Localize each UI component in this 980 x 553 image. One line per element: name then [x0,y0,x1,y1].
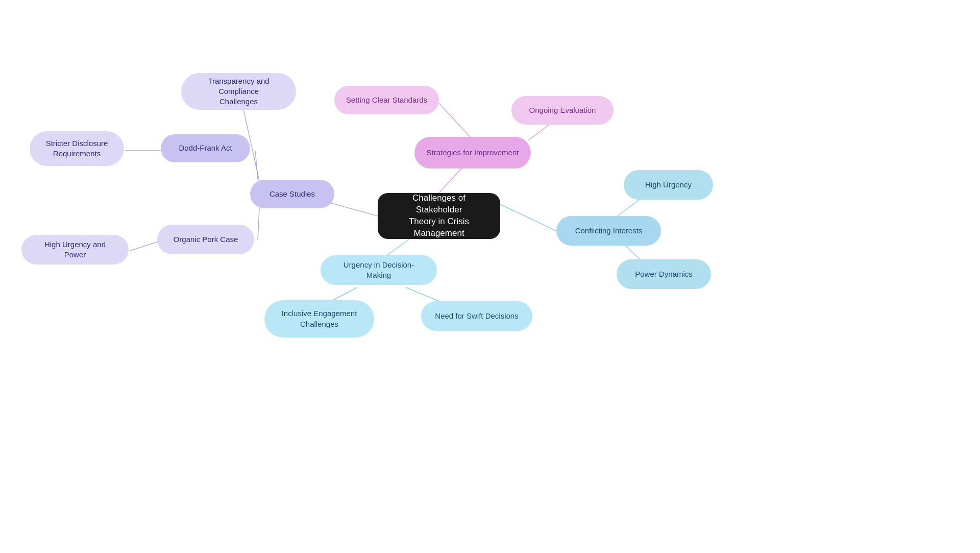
inclusive-engagement-node: Inclusive Engagement Challenges [264,300,374,338]
dodd-frank-label: Dodd-Frank Act [179,143,232,153]
stricter-disclosure-node: Stricter Disclosure Requirements [30,131,124,166]
case-studies-label: Case Studies [270,189,315,199]
conflicting-interests-node: Conflicting Interests [556,216,661,246]
setting-standards-label: Setting Clear Standards [346,95,427,105]
organic-pork-label: Organic Pork Case [174,234,238,245]
center-label: Challenges of Stakeholder Theory in Cris… [389,193,489,239]
transparency-label: Transparency and Compliance Challenges [192,76,285,107]
stricter-disclosure-label: Stricter Disclosure Requirements [46,138,108,159]
mind-map-connections [0,0,980,553]
power-dynamics-label: Power Dynamics [635,269,693,279]
high-urgency-power-label: High Urgency and Power [33,239,117,260]
high-urgency-label: High Urgency [645,180,692,190]
organic-pork-node: Organic Pork Case [157,225,254,254]
ongoing-evaluation-node: Ongoing Evaluation [511,96,614,125]
svg-line-9 [500,204,561,233]
high-urgency-power-node: High Urgency and Power [21,235,129,265]
case-studies-node: Case Studies [250,180,334,208]
strategies-node: Strategies for Improvement [414,137,531,169]
svg-line-3 [258,208,259,240]
high-urgency-node: High Urgency [624,170,713,200]
dodd-frank-node: Dodd-Frank Act [161,134,250,162]
setting-standards-node: Setting Clear Standards [334,86,439,114]
svg-line-7 [439,103,473,140]
ongoing-evaluation-label: Ongoing Evaluation [529,105,596,115]
need-swift-label: Need for Swift Decisions [435,311,518,321]
conflicting-interests-label: Conflicting Interests [575,226,643,236]
transparency-node: Transparency and Compliance Challenges [181,73,296,110]
need-swift-node: Need for Swift Decisions [421,301,532,331]
strategies-label: Strategies for Improvement [427,148,519,158]
urgency-decision-node: Urgency in Decision-Making [321,255,437,285]
inclusive-engagement-label: Inclusive Engagement Challenges [282,308,357,329]
urgency-decision-label: Urgency in Decision-Making [332,260,426,281]
center-node: Challenges of Stakeholder Theory in Cris… [378,193,500,239]
power-dynamics-node: Power Dynamics [617,259,711,289]
